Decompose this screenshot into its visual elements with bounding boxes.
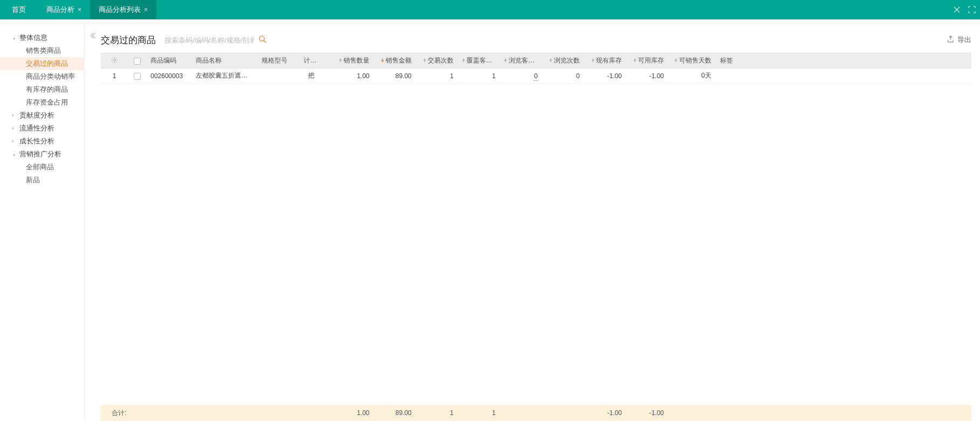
col-qty[interactable]: 销售数量	[323, 53, 374, 68]
col-avail[interactable]: 可用库存	[626, 53, 668, 68]
tab-home-label: 首页	[12, 5, 26, 15]
sort-icon[interactable]	[504, 57, 507, 63]
data-table: 商品编码 商品名称 规格型号 计量单位 销售数量 销售金额 交易次数 覆盖客户数…	[101, 53, 971, 84]
sidebar: ⌄ 整体信息 销售类商品 交易过的商品 商品分类动销率 有库存的商品 库存资金占…	[0, 24, 85, 421]
export-button[interactable]: 导出	[947, 35, 971, 45]
total-cover-cust: 1	[458, 405, 500, 421]
sidebar-item-new-products[interactable]: 新品	[0, 174, 84, 187]
sidebar-group-overall[interactable]: ⌄ 整体信息	[0, 31, 84, 44]
total-sale-days	[668, 405, 716, 421]
col-settings[interactable]	[101, 53, 128, 68]
cell-index: 1	[101, 68, 128, 84]
col-tx-count[interactable]: 交易次数	[416, 53, 458, 68]
sidebar-item-all-products[interactable]: 全部商品	[0, 161, 84, 174]
sidebar-item-traded-products[interactable]: 交易过的商品	[0, 57, 84, 70]
chevron-down-icon: ⌄	[12, 34, 17, 40]
main-content: 交易过的商品 导出	[85, 24, 980, 421]
sidebar-group-growth[interactable]: › 成长性分析	[0, 135, 84, 148]
search-input[interactable]	[163, 34, 255, 46]
total-avail: -1.00	[626, 405, 668, 421]
total-browse-cust	[500, 405, 542, 421]
sort-icon[interactable]	[381, 57, 384, 63]
cell-browse-cust[interactable]: 0	[500, 68, 542, 84]
cell-sale-days: 0天	[668, 68, 716, 84]
sidebar-group-label: 整体信息	[19, 33, 47, 43]
cell-amount: 89.00	[374, 68, 416, 84]
col-stock[interactable]: 现有库存	[584, 53, 626, 68]
col-code[interactable]: 商品编码	[146, 53, 191, 68]
col-sale-days[interactable]: 可销售天数	[668, 53, 716, 68]
sort-icon[interactable]	[634, 57, 636, 63]
chevron-right-icon: ›	[12, 125, 17, 131]
table-header-row: 商品编码 商品名称 规格型号 计量单位 销售数量 销售金额 交易次数 覆盖客户数…	[101, 53, 971, 68]
sort-icon[interactable]	[339, 57, 342, 63]
chevron-down-icon: ⌄	[12, 151, 17, 157]
export-icon	[947, 36, 954, 44]
sidebar-group-label: 营销推广分析	[19, 149, 61, 159]
sort-icon[interactable]	[423, 57, 426, 63]
col-select-all[interactable]	[128, 53, 146, 68]
total-tag	[716, 405, 971, 421]
sidebar-group-contribution[interactable]: › 贡献度分析	[0, 109, 84, 122]
fullscreen-icon[interactable]	[967, 5, 977, 15]
content-header: 交易过的商品 导出	[101, 29, 971, 51]
cell-unit: 把	[299, 68, 323, 84]
col-amount[interactable]: 销售金额	[374, 53, 416, 68]
col-cover-cust[interactable]: 覆盖客户数	[458, 53, 500, 68]
sidebar-item-sales-products[interactable]: 销售类商品	[0, 44, 84, 57]
total-stock: -1.00	[584, 405, 626, 421]
tabbar-actions	[952, 0, 977, 19]
sort-icon[interactable]	[592, 57, 594, 63]
sidebar-group-marketing[interactable]: ⌄ 营销推广分析	[0, 148, 84, 161]
table-total-row: 合计: 1.00 89.00 1 1 -1.00 -1.00	[101, 405, 971, 421]
col-browse-cust[interactable]: 浏览客户数	[500, 53, 542, 68]
tab-home[interactable]: 首页	[0, 0, 38, 19]
search-wrap	[163, 34, 266, 46]
cell-tx-count: 1	[416, 68, 458, 84]
svg-point-1	[113, 59, 115, 61]
tab-label: 商品分析列表	[99, 5, 141, 15]
close-all-icon[interactable]	[952, 5, 962, 15]
chevron-right-icon: ›	[12, 112, 17, 118]
search-icon[interactable]	[258, 35, 266, 45]
close-icon[interactable]: ×	[78, 6, 81, 13]
tab-product-analysis[interactable]: 商品分析 ×	[38, 0, 90, 19]
sidebar-group-label: 流通性分析	[19, 123, 54, 133]
col-tag[interactable]: 标签	[716, 53, 971, 68]
sidebar-item-label: 商品分类动销率	[26, 72, 75, 81]
col-spec[interactable]: 规格型号	[257, 53, 299, 68]
checkbox[interactable]	[134, 73, 141, 80]
sort-icon[interactable]	[550, 57, 552, 63]
sort-icon[interactable]	[675, 57, 677, 63]
sidebar-item-category-turnover[interactable]: 商品分类动销率	[0, 70, 84, 83]
total-label: 合计:	[101, 405, 146, 421]
total-tx-count: 1	[416, 405, 458, 421]
sidebar-group-liquidity[interactable]: › 流通性分析	[0, 122, 84, 135]
cell-name: 左都胶囊五折遮阳伞防晒伞;	[191, 68, 257, 84]
close-icon[interactable]: ×	[144, 6, 148, 13]
cell-qty: 1.00	[323, 68, 374, 84]
total-qty: 1.00	[323, 405, 374, 421]
sidebar-item-in-stock-products[interactable]: 有库存的商品	[0, 83, 84, 96]
cell-stock: -1.00	[584, 68, 626, 84]
checkbox[interactable]	[134, 58, 141, 65]
col-unit[interactable]: 计量单位	[299, 53, 323, 68]
chevron-right-icon: ›	[12, 138, 17, 144]
sort-icon[interactable]	[462, 57, 465, 63]
toolbar-strip	[0, 19, 980, 24]
top-tabbar: 首页 商品分析 × 商品分析列表 ×	[0, 0, 980, 19]
gear-icon[interactable]	[111, 58, 118, 65]
page-title: 交易过的商品	[101, 34, 156, 46]
sidebar-item-label: 全部商品	[26, 162, 54, 172]
total-amount: 89.00	[374, 405, 416, 421]
cell-tag	[716, 68, 971, 84]
cell-select[interactable]	[128, 68, 146, 84]
sidebar-item-label: 新品	[26, 175, 40, 185]
tab-product-analysis-list[interactable]: 商品分析列表 ×	[90, 0, 156, 19]
sidebar-item-stock-capital[interactable]: 库存资金占用	[0, 96, 84, 109]
cell-browse-count: 0	[542, 68, 584, 84]
col-name[interactable]: 商品名称	[191, 53, 257, 68]
total-browse-count	[542, 405, 584, 421]
table-row[interactable]: 1 002600003 左都胶囊五折遮阳伞防晒伞; 把 1.00 89.00 1…	[101, 68, 971, 84]
col-browse-count[interactable]: 浏览次数	[542, 53, 584, 68]
